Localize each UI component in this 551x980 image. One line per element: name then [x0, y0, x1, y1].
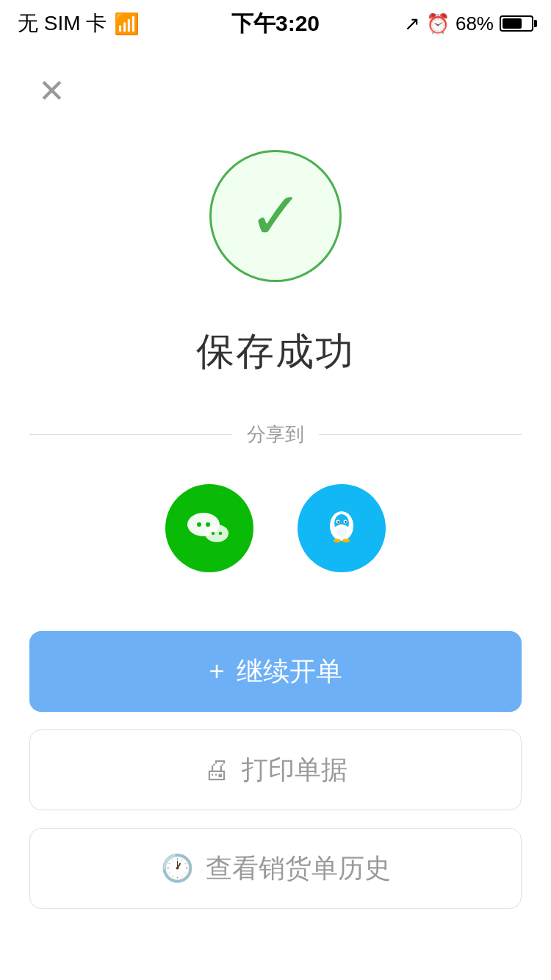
print-label: 打印单据: [242, 752, 347, 788]
main-content: ✕ ✓ 保存成功 分享到: [0, 47, 551, 909]
status-right: ↗ ⏰ 68%: [404, 12, 533, 35]
svg-point-3: [205, 525, 228, 542]
svg-point-15: [342, 539, 350, 543]
share-wechat-button[interactable]: [165, 484, 253, 572]
svg-point-1: [197, 522, 201, 527]
status-time: 下午3:20: [231, 9, 320, 39]
alarm-icon: ⏰: [426, 12, 450, 35]
share-icons: [165, 484, 386, 572]
battery-icon: [500, 15, 533, 32]
wifi-icon: 📶: [114, 12, 140, 36]
plus-icon: +: [209, 656, 224, 687]
success-title: 保存成功: [196, 326, 355, 378]
close-icon: ✕: [38, 75, 65, 107]
action-buttons: + 继续开单 🖨 打印单据 🕐 查看销货单历史: [29, 631, 522, 909]
share-divider: 分享到: [29, 422, 522, 447]
svg-point-2: [206, 522, 210, 527]
continue-order-label: 继续开单: [237, 654, 342, 690]
success-circle: ✓: [209, 150, 342, 282]
close-button[interactable]: ✕: [29, 69, 73, 113]
print-button[interactable]: 🖨 打印单据: [29, 729, 522, 810]
battery-percent: 68%: [455, 12, 494, 35]
continue-order-button[interactable]: + 继续开单: [29, 631, 522, 712]
status-bar: 无 SIM 卡 📶 下午3:20 ↗ ⏰ 68%: [0, 0, 551, 47]
qq-icon: [316, 502, 367, 554]
wechat-icon: [184, 502, 235, 554]
svg-point-11: [345, 521, 346, 522]
history-icon: 🕐: [161, 853, 194, 884]
svg-point-14: [334, 539, 341, 543]
status-left: 无 SIM 卡 📶: [18, 10, 140, 37]
history-button[interactable]: 🕐 查看销货单历史: [29, 828, 522, 909]
svg-point-16: [336, 527, 347, 537]
no-sim-label: 无 SIM 卡: [18, 10, 107, 37]
svg-point-10: [337, 521, 339, 522]
divider-left: [29, 434, 232, 435]
location-icon: ↗: [404, 12, 420, 35]
divider-right: [319, 434, 522, 435]
checkmark-icon: ✓: [248, 183, 303, 249]
share-label: 分享到: [247, 422, 304, 447]
svg-point-4: [212, 532, 215, 535]
svg-point-5: [219, 532, 222, 535]
history-label: 查看销货单历史: [206, 851, 391, 887]
share-qq-button[interactable]: [298, 484, 386, 572]
printer-icon: 🖨: [204, 754, 230, 785]
